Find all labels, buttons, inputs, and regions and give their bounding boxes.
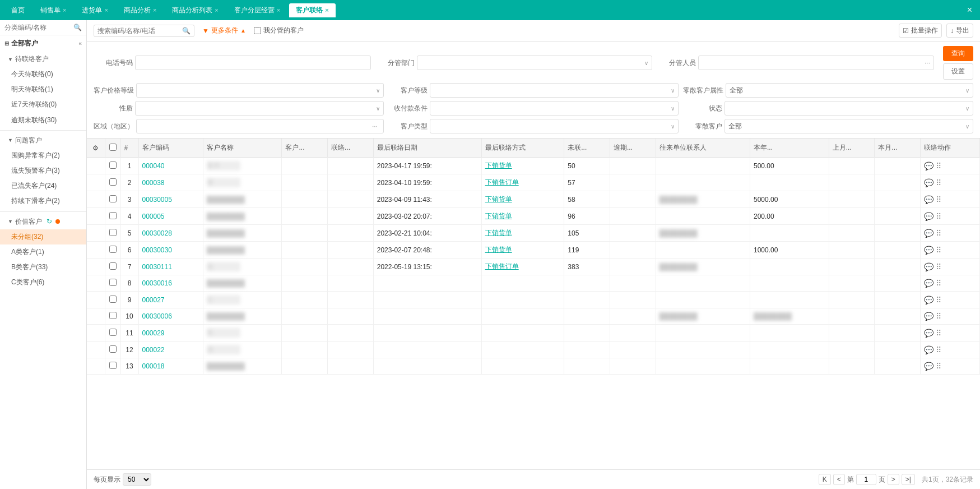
row-code[interactable]: 00030030 xyxy=(138,242,203,259)
row-checkbox[interactable] xyxy=(105,342,120,358)
nav-analysis[interactable]: 商品分析 × xyxy=(117,3,163,17)
more-icon[interactable]: ⠿ xyxy=(936,329,941,338)
contact-icon[interactable]: 💬 xyxy=(924,212,933,221)
row-code[interactable]: 000022 xyxy=(138,342,203,358)
col-checkbox[interactable] xyxy=(105,139,120,158)
nav-customer-contact[interactable]: 客户联络 × xyxy=(289,3,335,17)
row-last-method[interactable]: 下销货单 xyxy=(481,225,564,242)
row-last-method[interactable] xyxy=(481,342,564,358)
row-checkbox[interactable] xyxy=(105,208,120,225)
phone-input[interactable] xyxy=(135,56,371,70)
sidebar-item-declining[interactable]: 持续下滑客户(2) xyxy=(0,193,86,209)
all-customers-header[interactable]: ⊞ 全部客户 « xyxy=(0,35,86,52)
dept-select[interactable]: ∨ xyxy=(417,56,653,70)
sidebar-item-ungrouped[interactable]: 未分组(32) xyxy=(0,229,86,245)
nav-customer-contact-close[interactable]: × xyxy=(325,7,328,13)
more-icon[interactable]: ⠿ xyxy=(936,246,941,255)
row-select[interactable] xyxy=(109,178,117,186)
area-select[interactable]: ··· xyxy=(136,119,384,133)
sidebar-search-input[interactable] xyxy=(4,24,71,31)
row-code[interactable]: 000005 xyxy=(138,208,203,225)
col-code[interactable]: 客户编码 xyxy=(138,139,203,158)
sidebar-item-overdue[interactable]: 逾期未联络(30) xyxy=(0,113,86,128)
contact-icon[interactable]: 💬 xyxy=(924,296,933,305)
contact-icon[interactable]: 💬 xyxy=(924,329,933,338)
contact-icon[interactable]: 💬 xyxy=(924,312,933,321)
sidebar-item-today[interactable]: 今天待联络(0) xyxy=(0,67,86,82)
window-close-button[interactable]: × xyxy=(964,4,976,16)
select-all-checkbox[interactable] xyxy=(109,144,117,151)
page-size-select[interactable]: 50 100 200 xyxy=(123,473,151,486)
reset-button[interactable]: 设置 xyxy=(943,63,973,80)
contact-icon[interactable]: 💬 xyxy=(924,279,933,288)
col-partner[interactable]: 往来单位联系人 xyxy=(656,139,750,158)
prev-page-button[interactable]: < xyxy=(833,474,845,485)
more-icon[interactable]: ⠿ xyxy=(936,162,941,170)
customer-level-select[interactable]: ∨ xyxy=(430,83,679,98)
row-code[interactable]: 000040 xyxy=(138,158,203,174)
nav-customer-ops-close[interactable]: × xyxy=(277,7,280,13)
sidebar-item-class-a[interactable]: A类客户(1) xyxy=(0,245,86,260)
sidebar-item-class-c[interactable]: C类客户(6) xyxy=(0,275,86,290)
page-input[interactable] xyxy=(856,474,876,485)
row-checkbox[interactable] xyxy=(105,292,120,308)
nav-customer-ops[interactable]: 客户分层经营 × xyxy=(227,3,287,17)
query-button[interactable]: 查询 xyxy=(943,46,973,61)
sidebar-item-7days[interactable]: 近7天待联络(0) xyxy=(0,97,86,112)
row-last-method[interactable]: 下销货单 xyxy=(481,158,564,174)
more-icon[interactable]: ⠿ xyxy=(936,312,941,321)
sidebar-item-class-b[interactable]: B类客户(33) xyxy=(0,260,86,275)
price-level-select[interactable]: ∨ xyxy=(136,83,384,98)
row-code[interactable]: 00030005 xyxy=(138,191,203,208)
search-input[interactable] xyxy=(97,27,180,35)
nav-purchase-close[interactable]: × xyxy=(104,7,108,13)
more-icon[interactable]: ⠿ xyxy=(936,362,941,371)
row-code[interactable]: 00030028 xyxy=(138,225,203,242)
sidebar-group-value[interactable]: ▼ 价值客户 ↻ xyxy=(0,214,86,229)
nav-home[interactable]: 首页 xyxy=(4,3,31,17)
person-select[interactable]: ··· xyxy=(698,56,934,70)
row-last-method[interactable] xyxy=(481,292,564,308)
payment-select[interactable]: ∨ xyxy=(430,101,679,116)
export-button[interactable]: ↓ 导出 xyxy=(946,24,973,38)
row-code[interactable]: 00030016 xyxy=(138,275,203,292)
my-customers-check[interactable] xyxy=(254,27,261,34)
more-icon[interactable]: ⠿ xyxy=(936,212,941,221)
sidebar-group-pending[interactable]: ▼ 待联络客户 xyxy=(0,52,86,67)
nav-analysis-close[interactable]: × xyxy=(153,7,156,13)
more-icon[interactable]: ⠿ xyxy=(936,195,941,204)
col-this-month[interactable]: 本月... xyxy=(875,139,921,158)
col-last-month[interactable]: 上月... xyxy=(829,139,875,158)
row-select[interactable] xyxy=(109,162,117,169)
more-icon[interactable]: ⠿ xyxy=(936,296,941,305)
row-code[interactable]: 00030006 xyxy=(138,308,203,325)
row-code[interactable]: 000018 xyxy=(138,358,203,375)
sidebar-item-tomorrow[interactable]: 明天待联络(1) xyxy=(0,82,86,97)
col-last-date[interactable]: 最后联络日期 xyxy=(373,139,481,158)
contact-icon[interactable]: 💬 xyxy=(924,345,933,354)
row-checkbox[interactable] xyxy=(105,242,120,259)
my-customers-checkbox[interactable]: 我分管的客户 xyxy=(254,26,304,35)
col-uncontacted[interactable]: 未联... xyxy=(564,139,610,158)
batch-op-button[interactable]: ☑ 批量操作 xyxy=(899,24,942,38)
row-select[interactable] xyxy=(109,279,117,286)
nav-analysis-list[interactable]: 商品分析列表 × xyxy=(165,3,225,17)
row-select[interactable] xyxy=(109,195,117,202)
contact-icon[interactable]: 💬 xyxy=(924,246,933,255)
row-checkbox[interactable] xyxy=(105,325,120,342)
row-code[interactable]: 000027 xyxy=(138,292,203,308)
nature-select[interactable]: ∨ xyxy=(135,101,384,116)
col-customer-type[interactable]: 客户... xyxy=(282,139,328,158)
col-name[interactable]: 客户名称 xyxy=(203,139,282,158)
person-ellipsis[interactable]: ··· xyxy=(925,59,930,67)
row-checkbox[interactable] xyxy=(105,191,120,208)
col-overdue[interactable]: 逾期... xyxy=(610,139,656,158)
more-icon[interactable]: ⠿ xyxy=(936,229,941,238)
row-select[interactable] xyxy=(109,246,117,253)
sidebar-group-problems[interactable]: ▼ 问题客户 xyxy=(0,133,86,148)
status-select[interactable]: ∨ xyxy=(724,101,973,116)
row-code[interactable]: 000038 xyxy=(138,174,203,191)
row-last-method[interactable] xyxy=(481,308,564,325)
row-checkbox[interactable] xyxy=(105,358,120,375)
next-page-button[interactable]: > xyxy=(888,474,899,485)
